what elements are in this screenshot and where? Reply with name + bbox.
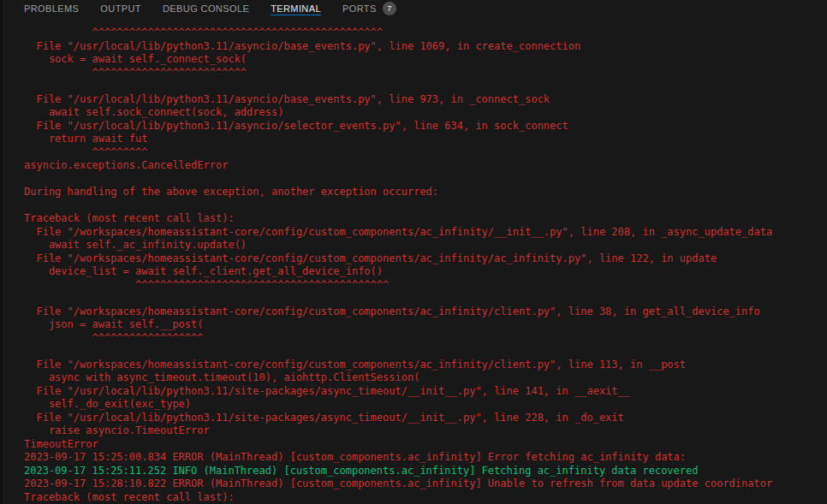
bottom-panel: PROBLEMSOUTPUTDEBUG CONSOLETERMINALPORTS…	[0, 0, 827, 504]
panel-tab-label: PORTS	[342, 3, 377, 14]
panel-tab-debug-console[interactable]: DEBUG CONSOLE	[163, 0, 249, 15]
terminal-line: TimeoutError	[24, 438, 827, 452]
terminal-line: File "/usr/local/lib/python3.11/site-pac…	[24, 385, 827, 399]
terminal-line: ^^^^^^^^^	[24, 146, 827, 160]
terminal-line: 2023-09-17 15:28:10.822 ERROR (MainThrea…	[24, 477, 827, 491]
terminal-line: File "/workspaces/homeassistant-core/con…	[24, 252, 827, 266]
terminal-line: device_list = await self._client.get_all…	[24, 265, 827, 279]
terminal-line: File "/workspaces/homeassistant-core/con…	[24, 359, 827, 372]
panel-tab-terminal[interactable]: TERMINAL	[271, 0, 321, 15]
ports-count-badge: 7	[383, 2, 396, 15]
terminal-line: File "/usr/local/lib/python3.11/asyncio/…	[24, 120, 827, 133]
panel-tab-bar: PROBLEMSOUTPUTDEBUG CONSOLETERMINALPORTS…	[0, 0, 827, 15]
terminal-line: Traceback (most recent call last):	[24, 491, 827, 504]
terminal-line: ^^^^^^^^^^^^^^^^^^^^^^^^^	[24, 67, 827, 80]
terminal-line: File "/usr/local/lib/python3.11/site-pac…	[24, 412, 827, 425]
terminal-line	[24, 80, 827, 93]
terminal-output[interactable]: ^^^^^^^^^^^^^^^^^^^^^^^^^^^^^^^^^^^^^^^^…	[0, 15, 827, 504]
terminal-line: await self.sock_connect(sock, address)	[24, 106, 827, 120]
terminal-line: During handling of the above exception, …	[24, 186, 827, 199]
terminal-line: 2023-09-17 15:25:11.252 INFO (MainThread…	[24, 465, 827, 478]
panel-tab-label: OUTPUT	[100, 3, 141, 14]
terminal-line: json = await self.__post(	[24, 318, 827, 332]
terminal-line: self._do_exit(exc_type)	[24, 398, 827, 412]
panel-tab-label: PROBLEMS	[24, 3, 79, 14]
terminal-line: sock = await self._connect_sock(	[24, 53, 827, 67]
terminal-line: await self._ac_infinity.update()	[24, 239, 827, 252]
terminal-line: return await fut	[24, 133, 827, 146]
terminal-line: File "/workspaces/homeassistant-core/con…	[24, 305, 827, 319]
panel-tab-label: TERMINAL	[271, 3, 321, 14]
panel-tab-output[interactable]: OUTPUT	[100, 0, 141, 15]
terminal-line: asyncio.exceptions.CancelledError	[24, 159, 827, 173]
terminal-line: File "/usr/local/lib/python3.11/asyncio/…	[24, 40, 827, 54]
terminal-line: async with async_timeout.timeout(10), ai…	[24, 371, 827, 385]
terminal-line: ^^^^^^^^^^^^^^^^^^^^^^^^^^^^^^^^^^^^^^^^…	[24, 279, 827, 293]
terminal-line	[24, 199, 827, 213]
terminal-line: raise asyncio.TimeoutError	[24, 424, 827, 438]
panel-left-edge	[0, 0, 3, 504]
terminal-line	[24, 173, 827, 187]
terminal-line: ^^^^^^^^^^^^^^^^^^	[24, 332, 827, 346]
panel-tab-ports[interactable]: PORTS7	[342, 0, 396, 15]
terminal-line	[24, 292, 827, 305]
terminal-line	[24, 345, 827, 359]
terminal-line: Traceback (most recent call last):	[24, 212, 827, 226]
terminal-line: File "/usr/local/lib/python3.11/asyncio/…	[24, 93, 827, 107]
terminal-line: ^^^^^^^^^^^^^^^^^^^^^^^^^^^^^^^^^^^^^^^^…	[24, 27, 827, 40]
terminal-line: File "/workspaces/homeassistant-core/con…	[24, 226, 827, 240]
terminal-line: 2023-09-17 15:25:00.834 ERROR (MainThrea…	[24, 451, 827, 465]
panel-tab-problems[interactable]: PROBLEMS	[24, 0, 79, 15]
panel-tab-label: DEBUG CONSOLE	[163, 3, 249, 14]
